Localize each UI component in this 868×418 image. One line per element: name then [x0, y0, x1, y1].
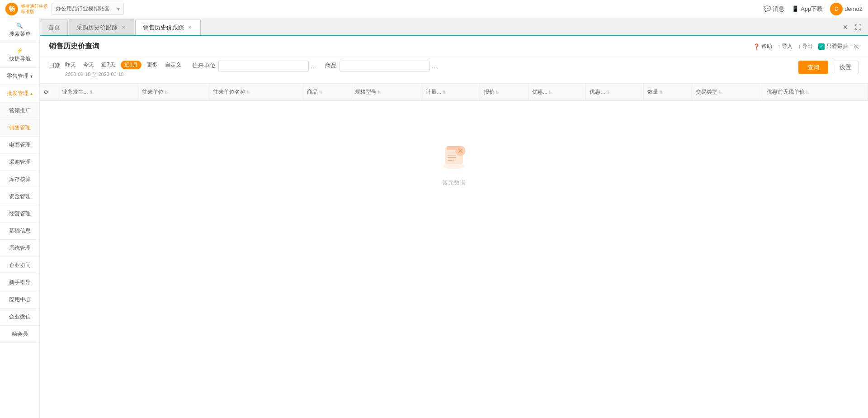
- sort-partner-name-icon: ⇅: [246, 90, 250, 95]
- main-layout: 🔍 搜索菜单 ⚡ 快捷导航 零售管理 ▾ 批发管理 ▴ 营销推广 销售管理 电商…: [0, 18, 868, 418]
- filter-actions: 查询 设置: [798, 61, 859, 74]
- table-header-row: ⚙ 业务发生... ⇅ 往来单位: [40, 84, 868, 101]
- sidebar-item-ecommerce[interactable]: 电商管理: [0, 137, 39, 154]
- sidebar-item-member[interactable]: 畅会员: [0, 326, 39, 343]
- export-icon: ↓: [798, 43, 801, 50]
- tab-purchase-history[interactable]: 采购历史价跟踪 ✕: [69, 19, 134, 35]
- help-action[interactable]: ❓ 帮助: [753, 43, 772, 50]
- th-partner[interactable]: 往来单位 ⇅: [138, 84, 209, 101]
- date-option-custom[interactable]: 自定义: [163, 61, 183, 69]
- th-quantity[interactable]: 数量 ⇅: [643, 84, 692, 101]
- checkbox-teal-icon: ✓: [818, 43, 825, 50]
- sidebar-item-sales[interactable]: 销售管理: [0, 119, 39, 137]
- sidebar-item-apps[interactable]: 应用中心: [0, 291, 39, 309]
- workspace-arrow-icon: ▾: [117, 6, 120, 12]
- th-biz-date[interactable]: 业务发生... ⇅: [58, 84, 138, 101]
- query-button[interactable]: 查询: [798, 61, 828, 74]
- sidebar-marketing-label: 营销推广: [9, 107, 31, 114]
- th-trade-type[interactable]: 交易类型 ⇅: [692, 84, 763, 101]
- sidebar-shortcut-label: 快捷导航: [9, 55, 31, 63]
- tab-close-all-btn[interactable]: ✕: [841, 23, 850, 32]
- workspace-name: 办公用品行业模拟账套: [56, 5, 110, 13]
- th-settings[interactable]: ⚙: [40, 84, 58, 101]
- tab-home-label: 首页: [48, 24, 60, 32]
- th-product[interactable]: 商品 ⇅: [303, 84, 351, 101]
- tab-purchase-label: 采购历史价跟踪: [76, 24, 118, 32]
- page-content: 销售历史价查询 ❓ 帮助 ↑ 导入 ↓ 导出 ✓: [40, 36, 868, 418]
- date-option-today[interactable]: 今天: [81, 61, 96, 69]
- tab-purchase-close-icon[interactable]: ✕: [120, 24, 127, 31]
- sidebar-member-label: 畅会员: [12, 330, 28, 338]
- date-option-yesterday[interactable]: 昨天: [63, 61, 78, 69]
- th-discount1[interactable]: 优惠... ⇅: [528, 84, 586, 101]
- sidebar-item-enterprise[interactable]: 企业协同: [0, 257, 39, 274]
- th-quote-price-label: 报价: [484, 88, 495, 96]
- tab-home[interactable]: 首页: [41, 19, 68, 35]
- empty-state: 暂元数据: [40, 101, 868, 223]
- export-label: 导出: [802, 43, 813, 50]
- sidebar-item-shortcut[interactable]: ⚡ 快捷导航: [0, 43, 39, 68]
- sidebar-ecommerce-label: 电商管理: [9, 141, 31, 149]
- product-input[interactable]: [340, 61, 430, 71]
- date-filters: 昨天 今天 近7天 近1月 更多 自定义 2023-02-18 至 2023-0…: [63, 61, 183, 78]
- table-container: ⚙ 业务发生... ⇅ 往来单位: [40, 84, 868, 223]
- th-biz-date-label: 业务发生...: [62, 88, 88, 96]
- settings-button[interactable]: 设置: [832, 61, 859, 74]
- sidebar-item-purchase[interactable]: 采购管理: [0, 154, 39, 171]
- th-spec-label: 规格型号: [355, 88, 377, 96]
- product-dots[interactable]: ...: [432, 62, 437, 70]
- date-option-more[interactable]: 更多: [145, 61, 160, 69]
- sidebar-item-wechat[interactable]: 企业微信: [0, 309, 39, 326]
- message-label: 消息: [773, 5, 784, 13]
- sidebar-item-retail[interactable]: 零售管理 ▾: [0, 68, 39, 85]
- sidebar-item-marketing[interactable]: 营销推广: [0, 102, 39, 119]
- top-bar: 畅 畅捷通好生意标准版 办公用品行业模拟账套 ▾ 💬 消息 📱 App下载 D …: [0, 0, 868, 18]
- empty-text: 暂元数据: [442, 179, 466, 187]
- th-discount1-label: 优惠...: [532, 88, 547, 96]
- sidebar-item-finance[interactable]: 资金管理: [0, 188, 39, 205]
- tab-sales-close-icon[interactable]: ✕: [187, 24, 193, 31]
- shortcut-icon: ⚡: [16, 48, 23, 54]
- sidebar-item-wholesale[interactable]: 批发管理 ▴: [0, 85, 39, 102]
- th-partner-name[interactable]: 往来单位名称 ⇅: [209, 84, 303, 101]
- date-option-7days[interactable]: 近7天: [99, 61, 117, 69]
- sidebar-item-operation[interactable]: 经营管理: [0, 205, 39, 223]
- th-quote-price[interactable]: 报价 ⇅: [480, 84, 528, 101]
- username-label: demo2: [844, 5, 863, 12]
- tab-sales-history[interactable]: 销售历史价跟踪 ✕: [135, 19, 201, 35]
- import-action[interactable]: ↑ 导入: [778, 43, 793, 50]
- user-action[interactable]: D demo2: [830, 3, 863, 15]
- product-input-group: ...: [340, 61, 437, 71]
- product-filter-group: 商品 ...: [325, 61, 437, 71]
- date-option-1month[interactable]: 近1月: [121, 61, 142, 69]
- th-spec[interactable]: 规格型号 ⇅: [351, 84, 422, 101]
- date-filter-label: 日期: [49, 62, 61, 70]
- sidebar-item-search[interactable]: 🔍 搜索菜单: [0, 18, 39, 43]
- th-discount2[interactable]: 优惠... ⇅: [586, 84, 644, 101]
- partner-dots[interactable]: ...: [311, 62, 316, 70]
- sort-partner-icon: ⇅: [165, 90, 168, 95]
- only-last-checkbox[interactable]: ✓ 只看最后一次: [818, 43, 859, 50]
- sidebar-sub-area: 营销推广 销售管理: [0, 102, 39, 137]
- partner-input[interactable]: [218, 61, 309, 71]
- message-icon: 💬: [764, 5, 771, 12]
- sidebar-search-label: 搜索菜单: [9, 30, 31, 38]
- sort-unit-icon: ⇅: [442, 90, 446, 95]
- import-label: 导入: [782, 43, 793, 50]
- export-action[interactable]: ↓ 导出: [798, 43, 813, 50]
- sidebar-item-system[interactable]: 系统管理: [0, 240, 39, 257]
- tab-maximize-btn[interactable]: ⛶: [854, 23, 863, 32]
- app-download-action[interactable]: 📱 App下载: [792, 5, 823, 13]
- th-unit[interactable]: 计量... ⇅: [422, 84, 480, 101]
- th-pre-tax-price[interactable]: 优惠前无税单价 ⇅: [763, 84, 868, 101]
- workspace-selector[interactable]: 办公用品行业模拟账套 ▾: [52, 3, 124, 15]
- sort-quote-price-icon: ⇅: [495, 90, 499, 95]
- page-header: 销售历史价查询 ❓ 帮助 ↑ 导入 ↓ 导出 ✓: [40, 36, 868, 55]
- message-action[interactable]: 💬 消息: [764, 5, 784, 13]
- sidebar-item-basic[interactable]: 基础信息: [0, 223, 39, 240]
- partner-filter-label: 往来单位: [192, 62, 216, 70]
- sidebar-item-inventory[interactable]: 库存核算: [0, 171, 39, 188]
- sidebar-item-guide[interactable]: 新手引导: [0, 274, 39, 291]
- import-icon: ↑: [778, 43, 780, 50]
- app-icon: 📱: [792, 5, 799, 12]
